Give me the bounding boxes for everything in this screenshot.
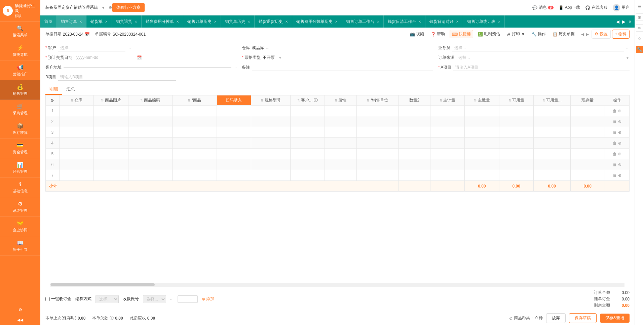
history-btn[interactable]: 📋 历史单据 [551,30,577,38]
tab-order-history[interactable]: 销售订单历史 ✕ [183,15,221,28]
tab-close-return-history[interactable]: ✕ [285,20,288,24]
settings-btn[interactable]: ⚙ 设置 [592,30,610,39]
profit-btn[interactable]: 💹 毛利预估 [476,30,502,38]
sales-more-btn[interactable]: ··· [626,46,630,50]
col-scan[interactable]: 扫码录入 [217,95,251,106]
tab-order-workbench[interactable]: 销售订单工作台 ✕ [342,15,384,28]
tab-close-fee-history[interactable]: ✕ [335,20,338,24]
tab-money-workbench[interactable]: 钱货日清工作台 ✕ [384,15,425,28]
delivery-calendar-icon[interactable]: 📅 [137,55,142,60]
calendar-icon[interactable]: 📅 [85,32,90,37]
message-btn[interactable]: 💬 消息 9 [532,5,554,10]
tab-sales-invoice[interactable]: 销货单 ✕ [86,15,112,28]
copy-icon-1[interactable]: ⊕ [618,109,621,113]
tab-money-reconcile[interactable]: 钱货日清对账 ✕ [425,15,463,28]
copy-icon-2[interactable]: ⊕ [618,119,621,124]
delete-icon-1[interactable]: 🗑 [613,109,617,113]
row-product-1[interactable] [173,106,217,116]
tab-home[interactable]: 首页 [40,15,57,28]
print-btn[interactable]: 🖨 打印 ▼ [505,30,527,38]
right-icon-4[interactable]: ☆ [636,35,643,42]
copy-icon-6[interactable]: ⊕ [618,162,621,167]
system-dropdown-icon[interactable]: ▼ [101,5,105,10]
tab-close-sales[interactable]: ✕ [79,20,82,24]
industry-btn[interactable]: 体验行业方案 [112,3,145,12]
tab-invoice-history[interactable]: 销货单历史 ✕ [221,15,255,28]
sidebar-item-inventory[interactable]: 📦 库存核算 [0,119,40,139]
tab-sales-stat[interactable]: 销售订单统计表 ✕ [463,15,505,28]
amount-input[interactable]: 0.00 [178,295,198,303]
delete-icon-7[interactable]: 🗑 [613,173,617,178]
app-download-btn[interactable]: 📱 App下载 [559,5,580,10]
tab-prev-icon[interactable]: ◀ [616,19,619,24]
add-btn[interactable]: ⊕ 添加 [202,296,214,302]
tab-close-fee[interactable]: ✕ [176,20,179,24]
system-settings-icon[interactable]: ⚙ [109,5,112,10]
table-wrapper[interactable]: ⚙ ⇅ 仓库 ⇅ 商品图片 ⇅ 商品编码 ⇅ *商品 扫码录入 ⇅ 规格型号 ⇅… [45,95,630,283]
scrollbar-thumb[interactable] [50,283,155,286]
sidebar-item-management[interactable]: 📊 经营管理 [0,158,40,178]
operate-btn[interactable]: 🔧 操作 [530,30,548,38]
row-spec-1[interactable] [251,106,290,116]
tab-fee-history[interactable]: 销售费用分摊单历史 ✕ [292,15,342,28]
one-click-checkbox[interactable]: 一键收订金 [45,296,71,302]
row-sales-unit-1[interactable] [356,106,398,116]
tab-next-icon[interactable]: ▶ [622,19,626,24]
warehouse-more-btn[interactable]: ··· [266,46,269,50]
invoice-dropdown-icon[interactable]: ▼ [278,55,282,60]
save-new-btn[interactable]: 保存&新增 [600,314,630,323]
one-click-check[interactable] [45,297,50,301]
row-code-1[interactable] [128,106,173,116]
payment-select[interactable]: 选择... [96,295,119,303]
sidebar-item-finance[interactable]: 💳 资金管理 [0,139,40,158]
add-material-btn[interactable]: + 物料 [612,30,630,39]
more-account-btn[interactable]: ··· [170,297,174,301]
right-icon-5[interactable]: 🔧 [636,46,643,53]
col-settings[interactable]: ⚙ [46,95,60,106]
right-icon-1[interactable]: ☰ [636,3,643,10]
delete-icon-2[interactable]: 🗑 [613,119,617,124]
delete-icon-6[interactable]: 🗑 [613,162,617,167]
delete-icon-4[interactable]: 🗑 [613,141,617,146]
tab-close-all-icon[interactable]: ✕ [628,19,632,24]
address-more-btn[interactable]: ··· [233,65,237,70]
row-main-qty-1[interactable] [465,106,499,116]
save-draft-btn[interactable]: 保存草稿 [569,313,597,323]
order-source-dropdown-icon[interactable]: ▼ [626,55,630,60]
copy-icon-7[interactable]: ⊕ [618,173,621,178]
row-attr-1[interactable] [325,106,356,116]
print-dropdown[interactable]: ▼ [521,32,525,37]
nav-prev-icon[interactable]: ◀ [581,32,584,37]
sidebar-item-base[interactable]: ℹ 基础信息 [0,178,40,197]
view-btn[interactable]: 📺 视频 [408,30,426,38]
copy-icon-5[interactable]: ⊕ [618,152,621,156]
delivery-input[interactable] [74,54,135,61]
discard-btn[interactable]: 放弃 [546,313,566,323]
customer-more-btn[interactable]: ··· [127,46,131,50]
account-select[interactable]: 选择... [143,295,166,303]
delete-icon-5[interactable]: 🗑 [613,152,617,156]
copy-icon-3[interactable]: ⊕ [618,130,621,135]
sidebar-collapse-btn[interactable]: ◀◀ [0,315,40,325]
tab-close-sales-stat[interactable]: ✕ [498,20,500,24]
tab-close-invoice[interactable]: ✕ [105,20,108,24]
sidebar-item-quick[interactable]: ⚡ 快捷导航 [0,41,40,61]
sidebar-item-sales[interactable]: 💰 销售管理 [0,80,40,100]
nav-next-icon[interactable]: ▶ [586,32,589,37]
sidebar-settings-btn[interactable]: ⚙ [0,305,40,315]
tab-close-money-workbench[interactable]: ✕ [418,20,421,24]
copy-icon-4[interactable]: ⊕ [618,141,621,146]
sidebar-item-marketing[interactable]: 📢 营销推广 [0,61,40,80]
user-btn[interactable]: 👤 用户 [613,4,630,11]
tab-close-order-workbench[interactable]: ✕ [377,20,379,24]
tab-close-return[interactable]: ✕ [135,20,137,24]
sales-input[interactable] [452,44,624,51]
tab-summary[interactable]: 汇总 [62,84,79,95]
order-source-input[interactable] [456,54,622,61]
sidebar-item-search[interactable]: 🔍 搜索菜单 [0,22,40,41]
tab-close-order-history[interactable]: ✕ [214,20,217,24]
tab-close-money-reconcile[interactable]: ✕ [456,20,459,24]
tab-sales-order[interactable]: 销售订单 ✕ [57,15,86,28]
sidebar-item-purchase[interactable]: 🛒 采购管理 [0,100,40,119]
info-icon[interactable]: ⓘ [110,315,114,321]
